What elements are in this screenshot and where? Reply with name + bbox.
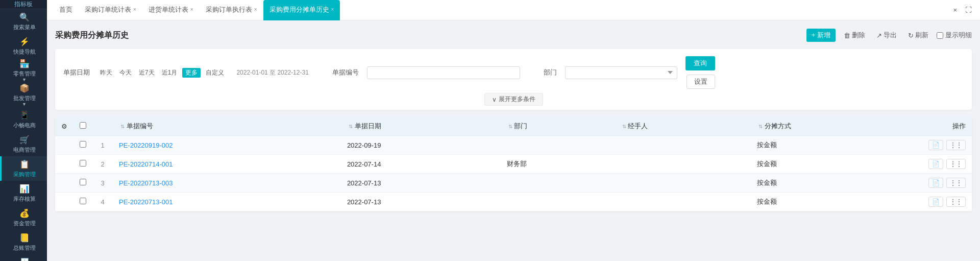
row-checkbox[interactable] <box>80 179 86 185</box>
mobile-icon: 📱 <box>19 110 30 120</box>
row-num-cell: 1 <box>92 136 113 155</box>
row-checkbox[interactable] <box>80 141 86 148</box>
refresh-icon: ↻ <box>908 32 914 39</box>
sidebar: 指标板 🔍 搜索菜单 ⚡ 快捷导航 🏪 零售管理 ▼ 📦 批发管理 ▼ 📱 小畅… <box>0 0 47 261</box>
row-handler-cell <box>615 136 751 155</box>
quick-icon: ⚡ <box>19 37 30 46</box>
sidebar-item-finance[interactable]: 💰 资金管理 <box>0 205 47 230</box>
tab-label: 采购订单执行表 <box>206 5 252 14</box>
doc-no-link[interactable]: PE-20220713-001 <box>119 198 173 206</box>
tab-close-icon[interactable]: × <box>331 7 334 12</box>
doc-no-input[interactable] <box>367 66 520 79</box>
tab-bar: 首页 采购订单统计表 × 进货单统计表 × 采购订单执行表 × 采购费用分摊单历… <box>47 0 980 20</box>
tab-close-icon[interactable]: × <box>133 7 136 12</box>
select-all-checkbox[interactable] <box>80 122 86 129</box>
row-handler-cell <box>615 193 751 211</box>
display-toggle-checkbox[interactable] <box>937 32 943 39</box>
row-view-button[interactable]: 📄 <box>928 159 943 169</box>
last7days-btn[interactable]: 近7天 <box>137 68 157 78</box>
sidebar-item-quick[interactable]: ⚡ 快捷导航 <box>0 34 47 58</box>
inventory-icon: 📊 <box>19 184 30 194</box>
last1month-btn[interactable]: 近1月 <box>160 68 180 78</box>
tab-home[interactable]: 首页 <box>53 0 79 20</box>
today-btn[interactable]: 今天 <box>117 68 134 78</box>
row-checkbox-cell[interactable] <box>74 136 92 155</box>
page-header: 采购费用分摊单历史 + 新增 🗑 删除 ↗ 导出 ↻ 刷新 显示明细 <box>55 29 972 42</box>
doc-no-link[interactable]: PE-20220919-002 <box>119 141 173 149</box>
col-dept[interactable]: ⇅ 部门 <box>501 117 615 136</box>
tab-inbound-stats[interactable]: 进货单统计表 × <box>142 0 200 20</box>
row-more-button[interactable]: ⋮⋮ <box>946 140 966 150</box>
row-doc-no-cell: PE-20220713-001 <box>113 193 341 211</box>
sidebar-item-label: 批发管理 <box>13 94 36 102</box>
row-actions-cell: 📄 ⋮⋮ <box>911 136 972 155</box>
sidebar-item-invoice[interactable]: 🧾 发票管理 <box>0 254 47 261</box>
add-button[interactable]: + 新增 <box>806 29 836 42</box>
sidebar-item-ecommerce[interactable]: 🛒 电商管理 <box>0 132 47 156</box>
row-num-cell: 3 <box>92 174 113 193</box>
sidebar-item-inventory[interactable]: 📊 库存核算 <box>0 181 47 205</box>
display-toggle[interactable]: 显示明细 <box>937 31 972 40</box>
tab-purchase-order-exec[interactable]: 采购订单执行表 × <box>200 0 263 20</box>
row-more-button[interactable]: ⋮⋮ <box>946 178 966 188</box>
col-doc-date-sort-icon: ⇅ <box>349 124 353 129</box>
col-split-method[interactable]: ⇅ 分摊方式 <box>751 117 911 136</box>
col-handler[interactable]: ⇅ 经手人 <box>615 117 751 136</box>
sidebar-item-ledger[interactable]: 📒 总账管理 <box>0 230 47 254</box>
tab-purchase-order-stats[interactable]: 采购订单统计表 × <box>79 0 142 20</box>
sidebar-item-retail[interactable]: 🏪 零售管理 ▼ <box>0 58 47 83</box>
col-doc-no[interactable]: ⇅ 单据编号 <box>113 117 341 136</box>
doc-no-link[interactable]: PE-20220713-003 <box>119 179 173 187</box>
filter-settings-button[interactable]: 设置 <box>687 75 715 89</box>
sidebar-item-wholesale[interactable]: 📦 批发管理 ▼ <box>0 83 47 107</box>
row-checkbox[interactable] <box>80 198 86 204</box>
row-checkbox-cell[interactable] <box>74 155 92 174</box>
export-button[interactable]: ↗ 导出 <box>873 29 900 42</box>
page-title: 采购费用分摊单历史 <box>55 30 129 41</box>
close-all-button[interactable]: × <box>951 5 959 15</box>
more-date-btn[interactable]: 更多 <box>182 68 201 78</box>
row-split-method-cell: 按金额 <box>751 193 911 211</box>
col-settings[interactable]: ⚙ <box>55 117 74 136</box>
tab-close-icon[interactable]: × <box>254 7 257 12</box>
export-icon: ↗ <box>876 32 882 39</box>
delete-button[interactable]: 🗑 删除 <box>841 29 868 42</box>
expand-more-button[interactable]: ∨ 展开更多条件 <box>484 93 543 106</box>
col-checkbox[interactable] <box>74 117 92 136</box>
chevron-down-icon: ▼ <box>22 102 27 107</box>
row-more-button[interactable]: ⋮⋮ <box>946 159 966 169</box>
tab-close-icon[interactable]: × <box>190 7 193 12</box>
row-more-button[interactable]: ⋮⋮ <box>946 197 966 207</box>
custom-date-btn[interactable]: 自定义 <box>204 68 226 78</box>
row-checkbox-cell[interactable] <box>74 174 92 193</box>
col-handler-sort-icon: ⇅ <box>622 124 626 129</box>
tab-label: 进货单统计表 <box>149 5 188 14</box>
tab-label: 首页 <box>59 5 72 14</box>
sidebar-item-label: 零售管理 <box>13 70 36 77</box>
row-checkbox[interactable] <box>80 160 86 167</box>
tab-purchase-cost-history[interactable]: 采购费用分摊单历史 × <box>263 0 340 20</box>
col-doc-no-sort-icon: ⇅ <box>120 124 125 129</box>
maximize-button[interactable]: ⛶ <box>963 5 974 15</box>
row-handler-cell <box>615 155 751 174</box>
refresh-button[interactable]: ↻ 刷新 <box>905 29 932 42</box>
row-view-button[interactable]: 📄 <box>928 197 943 207</box>
sidebar-item-mobile[interactable]: 📱 小畅电商 <box>0 107 47 132</box>
row-view-button[interactable]: 📄 <box>928 178 943 188</box>
row-view-button[interactable]: 📄 <box>928 140 943 150</box>
action-buttons: + 新增 🗑 删除 ↗ 导出 ↻ 刷新 显示明细 <box>806 29 972 42</box>
row-doc-date-cell: 2022-07-14 <box>341 155 501 174</box>
doc-no-link[interactable]: PE-20220714-001 <box>119 160 173 168</box>
dept-select[interactable] <box>565 66 677 79</box>
row-doc-date-cell: 2022-07-13 <box>341 174 501 193</box>
main-content: 首页 采购订单统计表 × 进货单统计表 × 采购订单执行表 × 采购费用分摊单历… <box>47 0 980 261</box>
sidebar-item-purchase[interactable]: 📋 采购管理 <box>0 156 47 181</box>
col-dept-sort-icon: ⇅ <box>508 124 512 129</box>
search-button[interactable]: 查询 <box>685 56 715 70</box>
date-quick-buttons: 昨天 今天 近7天 近1月 更多 自定义 <box>98 68 226 78</box>
search-icon: 🔍 <box>19 12 30 22</box>
sidebar-item-search[interactable]: 🔍 搜索菜单 <box>0 9 47 34</box>
row-checkbox-cell[interactable] <box>74 193 92 211</box>
col-doc-date[interactable]: ⇅ 单据日期 <box>341 117 501 136</box>
yesterday-btn[interactable]: 昨天 <box>98 68 114 78</box>
